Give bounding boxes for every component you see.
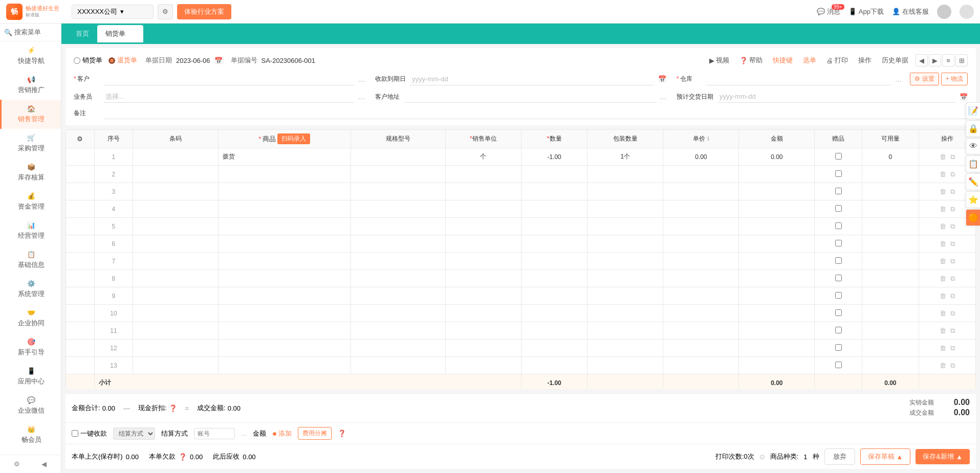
- gear-button[interactable]: ⚙: [158, 4, 173, 19]
- sidebar-collapse-btn[interactable]: ◀: [33, 460, 56, 468]
- tab-sales-order[interactable]: 销货单 ✕: [97, 25, 143, 42]
- copy-icon[interactable]: ⧉: [950, 362, 955, 369]
- radio-sale-input[interactable]: [74, 57, 80, 64]
- trial-button[interactable]: 体验行业方案: [177, 4, 231, 19]
- customer-address-dots[interactable]: ...: [660, 92, 666, 101]
- delete-icon[interactable]: 🗑: [940, 309, 946, 317]
- expense-btn[interactable]: 费用分摊: [298, 427, 332, 440]
- setup-button[interactable]: ⚙ 设置: [910, 73, 939, 85]
- sidebar-item-finance[interactable]: 💰 资金管理: [0, 187, 61, 216]
- gift-checkbox[interactable]: [835, 275, 842, 281]
- gift-checkbox[interactable]: [835, 205, 842, 212]
- message-button[interactable]: 💬 消息 99+: [817, 7, 840, 16]
- sidebar-search[interactable]: 🔍 搜索菜单: [0, 24, 61, 41]
- rf-orange-btn[interactable]: 🟠: [966, 209, 980, 226]
- customer-dots[interactable]: ...: [358, 75, 365, 84]
- question-icon[interactable]: ❓: [169, 404, 177, 412]
- expected-date-calendar-icon[interactable]: 📅: [960, 93, 968, 101]
- sidebar-item-appstore[interactable]: 📱 应用中心: [0, 362, 61, 391]
- list-view-btn[interactable]: ≡: [942, 54, 954, 66]
- delete-icon[interactable]: 🗑: [940, 275, 946, 282]
- grid-view-btn[interactable]: ⊞: [955, 54, 968, 66]
- goods-type-icon[interactable]: ⊙: [759, 453, 765, 461]
- delete-icon[interactable]: 🗑: [940, 205, 946, 213]
- sidebar-item-operations[interactable]: 📊 经营管理: [0, 216, 61, 245]
- rf-star-btn[interactable]: ⭐: [966, 191, 980, 208]
- gift-checkbox[interactable]: [835, 153, 842, 160]
- copy-icon[interactable]: ⧉: [950, 205, 955, 213]
- delete-icon[interactable]: 🗑: [940, 170, 946, 178]
- operate-btn[interactable]: 操作: [855, 54, 875, 66]
- online-service-button[interactable]: 👤 在线客服: [892, 7, 929, 16]
- copy-icon[interactable]: ⧉: [950, 240, 955, 247]
- gift-checkbox[interactable]: [835, 188, 842, 194]
- abandon-button[interactable]: 放弃: [824, 448, 855, 465]
- payment-due-input[interactable]: [410, 73, 654, 85]
- sidebar-item-sales[interactable]: 🏠 销售管理: [0, 100, 61, 129]
- customer-input[interactable]: [103, 73, 354, 85]
- company-select[interactable]: XXXXXX公司 ▾: [72, 5, 154, 19]
- delete-icon[interactable]: 🗑: [940, 222, 946, 230]
- delete-icon[interactable]: 🗑: [940, 327, 946, 334]
- copy-icon[interactable]: ⧉: [950, 344, 955, 352]
- copy-icon[interactable]: ⧉: [950, 257, 955, 265]
- video-btn[interactable]: ▶ 视频: [706, 54, 732, 66]
- history-btn[interactable]: 历史单据: [879, 54, 911, 66]
- gift-checkbox[interactable]: [835, 292, 842, 299]
- gift-checkbox[interactable]: [835, 362, 842, 368]
- gift-checkbox[interactable]: [835, 240, 842, 246]
- expected-date-input[interactable]: [717, 91, 955, 103]
- delete-icon[interactable]: 🗑: [940, 153, 946, 161]
- radio-sale[interactable]: 销货单: [74, 56, 102, 65]
- account-input[interactable]: [194, 428, 235, 439]
- sidebar-item-purchase[interactable]: 🛒 采购管理: [0, 129, 61, 158]
- salesperson-input[interactable]: [103, 91, 354, 103]
- tab-home[interactable]: 首页: [68, 25, 97, 42]
- sidebar-item-marketing[interactable]: 📢 营销推广: [0, 71, 61, 100]
- rf-copy-btn[interactable]: 📋: [966, 155, 980, 172]
- rf-view-btn[interactable]: 👁: [966, 138, 980, 154]
- copy-icon[interactable]: ⧉: [950, 153, 955, 161]
- delete-icon[interactable]: 🗑: [940, 362, 946, 369]
- radio-return-input[interactable]: [108, 57, 115, 64]
- copy-icon[interactable]: ⧉: [950, 292, 955, 300]
- calendar-icon[interactable]: 📅: [214, 57, 223, 64]
- prev-btn[interactable]: ◀: [916, 54, 928, 66]
- rf-edit-btn[interactable]: 📝: [966, 102, 980, 119]
- sidebar-item-quick-nav[interactable]: ⚡ 快捷导航: [0, 41, 61, 71]
- delete-icon[interactable]: 🗑: [940, 257, 946, 265]
- save-new-button[interactable]: 保存&新增 ▲: [916, 449, 970, 464]
- delete-icon[interactable]: 🗑: [940, 188, 946, 195]
- sidebar-item-wechat[interactable]: 💬 企业微信: [0, 391, 61, 420]
- avatar[interactable]: [937, 5, 951, 19]
- onetime-payment-check[interactable]: 一键收款: [72, 429, 107, 438]
- gift-checkbox[interactable]: [835, 327, 842, 333]
- copy-icon[interactable]: ⧉: [950, 170, 955, 178]
- save-draft-button[interactable]: 保存草稿 ▲: [860, 448, 911, 465]
- app-download-button[interactable]: 📱 App下载: [848, 7, 884, 16]
- payment-method-select[interactable]: 结算方式: [113, 427, 155, 440]
- gift-checkbox[interactable]: [835, 309, 842, 316]
- copy-icon[interactable]: ⧉: [950, 188, 955, 195]
- tab-close-icon[interactable]: ✕: [129, 30, 135, 37]
- rf-lock-btn[interactable]: 🔒: [966, 120, 980, 137]
- remark-input[interactable]: [103, 107, 968, 119]
- warehouse-input[interactable]: 建材仓: [706, 73, 891, 85]
- copy-icon[interactable]: ⧉: [950, 275, 955, 282]
- shortcut-btn[interactable]: 快捷键: [770, 54, 796, 66]
- print-btn[interactable]: 🖨 打印: [823, 54, 851, 66]
- gift-checkbox[interactable]: [835, 257, 842, 264]
- gift-checkbox[interactable]: [835, 222, 842, 229]
- radio-return[interactable]: 退货单: [108, 56, 137, 65]
- sidebar-item-enterprise[interactable]: 🤝 企业协同: [0, 304, 61, 333]
- help-btn[interactable]: ❓ 帮助: [736, 54, 766, 66]
- payment-dots[interactable]: ...: [241, 430, 247, 437]
- delete-icon[interactable]: 🗑: [940, 240, 946, 247]
- payment-due-calendar-icon[interactable]: 📅: [658, 75, 666, 83]
- copy-icon[interactable]: ⧉: [950, 327, 955, 334]
- delete-icon[interactable]: 🗑: [940, 344, 946, 352]
- delete-icon[interactable]: 🗑: [940, 292, 946, 300]
- rf-pencil-btn[interactable]: ✏️: [966, 173, 980, 190]
- expense-question-icon[interactable]: ❓: [338, 430, 346, 437]
- copy-icon[interactable]: ⧉: [950, 309, 955, 317]
